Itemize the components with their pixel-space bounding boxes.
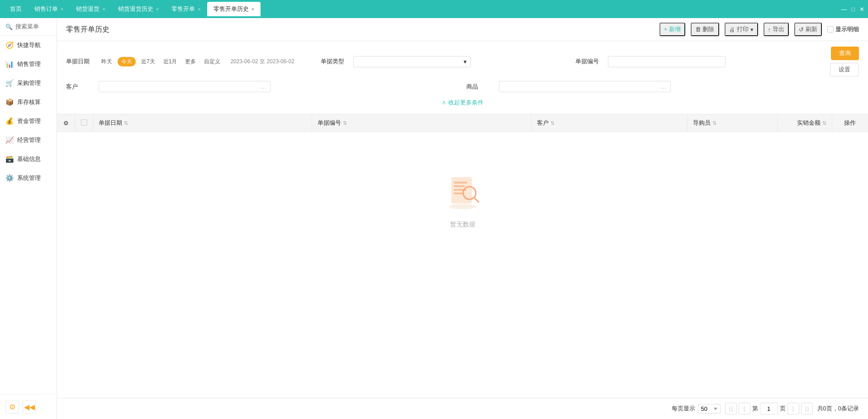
export-label: 导出 xyxy=(773,25,784,33)
per-page-dropdown[interactable]: 102050100 xyxy=(698,404,721,414)
tab-销货退货[interactable]: 销货退货× xyxy=(70,2,111,16)
filter-area: 单据日期 昨天今天近7天近1月更多自定义 2023-06-02 至 2023-0… xyxy=(57,41,868,114)
sidebar-item-采购管理[interactable]: 🛒采购管理 xyxy=(0,74,57,93)
customer-filter-input[interactable]: … xyxy=(99,81,270,92)
page-suffix: 页 xyxy=(780,405,786,413)
date-btn-今天[interactable]: 今天 xyxy=(118,57,136,66)
settings-bottom-btn[interactable]: ⚙ xyxy=(5,400,19,414)
sidebar-item-经营管理[interactable]: 📈经营管理 xyxy=(0,131,57,150)
type-filter-label: 单据类型 xyxy=(321,57,348,66)
query-button[interactable]: 查询 xyxy=(831,47,859,60)
th-customer[interactable]: 客户 ⇅ xyxy=(531,114,687,132)
sidebar-icon: 💰 xyxy=(5,117,14,125)
collapse-button[interactable]: ∧ 收起更多条件 xyxy=(436,97,489,108)
filter-goods-group: 商品 … xyxy=(466,81,859,92)
sidebar-item-资金管理[interactable]: 💰资金管理 xyxy=(0,112,57,131)
table-header-row: ⚙ 单据日期 ⇅ 单据编号 xyxy=(57,114,868,132)
svg-rect-3 xyxy=(454,185,465,187)
type-filter-select[interactable]: ▾ xyxy=(353,56,471,67)
window-close[interactable]: ✕ xyxy=(859,6,864,13)
sidebar-item-库存核算[interactable]: 📦库存核算 xyxy=(0,93,57,112)
sidebar-bottom: ⚙ ◀◀ xyxy=(0,394,57,419)
tab-零售开单历史[interactable]: 零售开单历史× xyxy=(207,2,261,16)
th-billno-sort-icon: ⇅ xyxy=(343,120,347,126)
tab-close-销货退货历史[interactable]: × xyxy=(156,6,159,12)
date-btn-自定义[interactable]: 自定义 xyxy=(201,57,223,66)
tab-销售订单[interactable]: 销售订单× xyxy=(28,2,70,16)
empty-text: 暂无数据 xyxy=(450,221,475,229)
filter-row-2: 客户 … 商品 … xyxy=(66,81,859,92)
th-date[interactable]: 单据日期 ⇅ xyxy=(93,114,312,132)
tab-close-零售开单[interactable]: × xyxy=(198,6,200,12)
set-button[interactable]: 设置 xyxy=(830,63,859,76)
toolbar: + 新增 🗑 删除 🖨 打印 ▾ ↑ 导出 ↺ 刷新 显示明细 xyxy=(659,23,859,36)
page-input[interactable] xyxy=(760,403,778,414)
collapse-sidebar-btn[interactable]: ◀◀ xyxy=(23,400,36,414)
filter-row-1: 单据日期 昨天今天近7天近1月更多自定义 2023-06-02 至 2023-0… xyxy=(66,47,859,76)
sidebar-item-系统管理[interactable]: ⚙️系统管理 xyxy=(0,169,57,188)
display-detail-checkbox[interactable] xyxy=(827,26,834,33)
goods-filter-input[interactable]: … xyxy=(499,81,671,92)
last-page-btn[interactable]: ⟩⟩ xyxy=(801,403,813,414)
export-button[interactable]: ↑ 导出 xyxy=(764,23,789,36)
th-guide-label: 导购员 xyxy=(693,119,711,127)
display-detail-toggle[interactable]: 显示明细 xyxy=(827,25,859,33)
export-icon: ↑ xyxy=(768,26,771,33)
sidebar-icon: 🛒 xyxy=(5,79,14,87)
date-btn-近7天[interactable]: 近7天 xyxy=(138,57,158,66)
select-all-checkbox[interactable] xyxy=(81,119,87,126)
main-layout: 🔍 搜索菜单 🧭快捷导航📊销售管理🛒采购管理📦库存核算💰资金管理📈经营管理🗃️基… xyxy=(0,18,868,419)
sidebar-item-快捷导航[interactable]: 🧭快捷导航 xyxy=(0,36,57,55)
add-button[interactable]: + 新增 xyxy=(659,23,685,36)
th-amount-sort-icon: ⇅ xyxy=(822,120,826,126)
th-amount[interactable]: 实销金额 ⇅ xyxy=(778,114,832,132)
filter-date-group: 单据日期 昨天今天近7天近1月更多自定义 2023-06-02 至 2023-0… xyxy=(66,57,313,66)
print-button[interactable]: 🖨 打印 ▾ xyxy=(725,23,758,36)
date-btn-近1月[interactable]: 近1月 xyxy=(161,57,180,66)
table-settings-icon[interactable]: ⚙ xyxy=(63,120,69,127)
window-maximize[interactable]: □ xyxy=(851,6,855,13)
sidebar-icon: 📈 xyxy=(5,136,14,144)
tab-close-零售开单历史[interactable]: × xyxy=(251,6,254,12)
sidebar-search[interactable]: 🔍 搜索菜单 xyxy=(0,18,57,36)
sidebar-icon: 🗃️ xyxy=(5,155,14,163)
sidebar-search-label: 搜索菜单 xyxy=(15,23,39,31)
prev-page-btn[interactable]: ⟨ xyxy=(739,403,750,414)
svg-line-7 xyxy=(474,198,479,202)
table-area: ⚙ 单据日期 ⇅ 单据编号 xyxy=(57,114,868,398)
page-title: 零售开单历史 xyxy=(66,25,109,34)
tab-零售开单[interactable]: 零售开单× xyxy=(165,2,207,16)
svg-point-0 xyxy=(449,204,476,209)
goods-dots: … xyxy=(661,83,667,90)
first-page-btn[interactable]: ⟨⟨ xyxy=(725,403,737,414)
th-action-label: 操作 xyxy=(844,119,856,126)
tab-销货退货历史[interactable]: 销货退货历史× xyxy=(112,2,165,16)
th-guide[interactable]: 导购员 ⇅ xyxy=(687,114,778,132)
delete-button[interactable]: 🗑 删除 xyxy=(691,23,719,36)
sidebar-label: 库存核算 xyxy=(17,98,41,106)
print-icon: 🖨 xyxy=(729,26,735,33)
table-settings-th[interactable]: ⚙ xyxy=(57,114,75,132)
refresh-button[interactable]: ↺ 刷新 xyxy=(794,23,822,36)
sidebar-item-销售管理[interactable]: 📊销售管理 xyxy=(0,55,57,74)
print-dropdown-icon: ▾ xyxy=(750,26,754,33)
date-btn-昨天[interactable]: 昨天 xyxy=(99,57,115,66)
window-minimize[interactable]: — xyxy=(841,6,847,13)
sidebar: 🔍 搜索菜单 🧭快捷导航📊销售管理🛒采购管理📦库存核算💰资金管理📈经营管理🗃️基… xyxy=(0,18,57,419)
th-billno[interactable]: 单据编号 ⇅ xyxy=(312,114,531,132)
sidebar-label: 系统管理 xyxy=(17,174,41,182)
customer-dots: … xyxy=(261,83,266,90)
table-checkbox-th[interactable] xyxy=(75,114,93,132)
date-btn-更多[interactable]: 更多 xyxy=(182,57,199,66)
tab-close-销货退货[interactable]: × xyxy=(102,6,105,12)
next-page-btn[interactable]: ⟩ xyxy=(787,403,799,414)
svg-rect-5 xyxy=(454,193,463,194)
sidebar-label: 采购管理 xyxy=(17,79,41,87)
tab-close-销售订单[interactable]: × xyxy=(61,6,63,12)
sidebar-item-基础信息[interactable]: 🗃️基础信息 xyxy=(0,150,57,169)
per-page-label: 每页显示 xyxy=(672,405,695,413)
customer-filter-label: 客户 xyxy=(66,83,93,91)
tab-首页[interactable]: 首页 xyxy=(4,2,28,16)
billno-filter-input[interactable] xyxy=(608,56,726,67)
display-detail-label: 显示明细 xyxy=(835,25,859,33)
